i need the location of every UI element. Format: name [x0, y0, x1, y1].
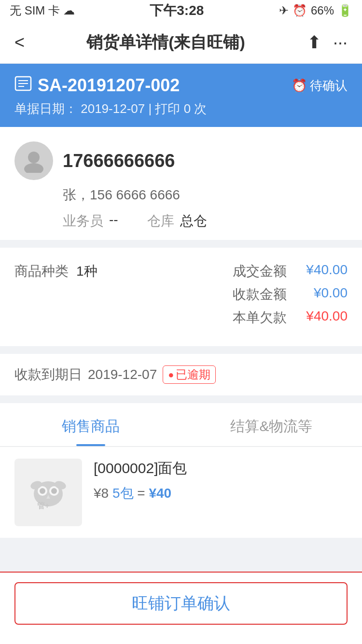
owed-label: 本单欠款: [233, 308, 287, 327]
owed-item: 本单欠款 ¥40.00: [233, 308, 348, 327]
customer-phone: 17666666666: [63, 151, 175, 171]
customer-meta: 业务员 -- 仓库 总仓: [14, 212, 348, 230]
tab-settlement-logistics[interactable]: 结算&物流等: [181, 403, 362, 446]
due-date-value: 2019-12-07: [88, 367, 157, 382]
nav-bar: < 销货单详情(来自旺铺) ⬆ ···: [0, 21, 362, 64]
overdue-badge: ● 已逾期: [163, 365, 216, 384]
status-bar: 无 SIM 卡 ☁ 下午3:28 ✈ ⏰ 66% 🔋: [0, 0, 362, 21]
summary-right: 成交金额 ¥40.00 收款金额 ¥0.00 本单欠款 ¥40.00: [233, 262, 348, 332]
svg-point-5: [24, 163, 43, 173]
amount-value: ¥40.00: [306, 262, 348, 280]
confirm-order-button[interactable]: 旺铺订单确认: [14, 582, 348, 625]
equals-sign: =: [137, 486, 149, 501]
svg-text:管+: 管+: [37, 502, 49, 509]
more-button[interactable]: ···: [333, 32, 348, 53]
product-info: [0000002]面包 ¥8 5包 = ¥40: [94, 459, 348, 503]
tab-sales-products[interactable]: 销售商品: [0, 403, 181, 446]
salesperson-label: 业务员: [63, 212, 103, 230]
received-item: 收款金额 ¥0.00: [233, 285, 348, 304]
order-status: ⏰ 待确认: [292, 77, 348, 94]
order-header: SA-20191207-002 ⏰ 待确认 单据日期： 2019-12-07 |…: [0, 64, 362, 127]
product-types-value: 1种: [76, 262, 97, 280]
avatar: [14, 141, 53, 180]
share-button[interactable]: ⬆: [307, 32, 321, 53]
amount-label: 成交金额: [233, 262, 287, 280]
customer-row: 17666666666: [14, 141, 348, 180]
received-value: ¥0.00: [314, 285, 348, 304]
order-icon: [14, 75, 32, 96]
product-price: ¥8 5包 = ¥40: [94, 484, 348, 503]
status-time: 下午3:28: [150, 1, 204, 20]
svg-point-9: [40, 488, 45, 494]
page-title: 销货单详情(来自旺铺): [86, 31, 245, 54]
product-total: ¥40: [149, 486, 171, 501]
svg-point-10: [51, 488, 57, 494]
due-date-label: 收款到期日: [14, 365, 82, 384]
nav-icons: ⬆ ···: [307, 32, 348, 53]
location-icon: ✈: [279, 4, 289, 17]
due-section: 收款到期日 2019-12-07 ● 已逾期: [0, 354, 362, 395]
product-qty: 5包: [112, 486, 134, 501]
warehouse-item: 仓库 总仓: [147, 212, 207, 230]
order-date-row: 单据日期： 2019-12-07 | 打印 0 次: [14, 100, 348, 117]
owed-value: ¥40.00: [306, 308, 348, 327]
product-unit-price: ¥8: [94, 486, 109, 501]
alarm-icon: ⏰: [292, 4, 307, 17]
product-section: 管+ [0000002]面包 ¥8 5包 = ¥40: [0, 447, 362, 538]
overdue-icon: ●: [168, 369, 174, 380]
order-id-row: SA-20191207-002: [14, 75, 180, 96]
salesperson-item: 业务员 --: [63, 212, 118, 230]
status-clock-icon: ⏰: [292, 78, 307, 93]
customer-section: 17666666666 张，156 6666 6666 业务员 -- 仓库 总仓: [0, 127, 362, 240]
salesperson-value: --: [109, 212, 118, 230]
sim-signal: 无 SIM 卡 ☁: [10, 3, 75, 18]
customer-name: 张，156 6666 6666: [14, 186, 348, 204]
battery-icon: 🔋: [338, 4, 352, 17]
svg-point-4: [28, 152, 40, 163]
back-button[interactable]: <: [14, 32, 25, 53]
battery-level: 66%: [311, 4, 334, 17]
product-image: 管+: [14, 459, 82, 526]
overdue-text: 已逾期: [176, 367, 210, 382]
summary-left: 商品种类 1种: [14, 262, 97, 280]
status-right: ✈ ⏰ 66% 🔋: [279, 4, 352, 17]
product-item: 管+ [0000002]面包 ¥8 5包 = ¥40: [14, 459, 348, 526]
product-types-label: 商品种类: [14, 262, 69, 280]
status-text: 待确认: [310, 77, 348, 94]
received-label: 收款金额: [233, 285, 287, 304]
bottom-bar: 旺铺订单确认: [0, 572, 362, 644]
warehouse-label: 仓库: [147, 212, 174, 230]
status-left: 无 SIM 卡 ☁: [10, 3, 75, 18]
summary-section: 商品种类 1种 成交金额 ¥40.00 收款金额 ¥0.00 本单欠款 ¥40.…: [0, 248, 362, 346]
tabs-section: 销售商品 结算&物流等: [0, 403, 362, 447]
amount-item: 成交金额 ¥40.00: [233, 262, 348, 280]
warehouse-value: 总仓: [180, 212, 207, 230]
order-id-text: SA-20191207-002: [38, 75, 180, 96]
tabs-row: 销售商品 结算&物流等: [0, 403, 362, 447]
product-name: [0000002]面包: [94, 459, 348, 478]
